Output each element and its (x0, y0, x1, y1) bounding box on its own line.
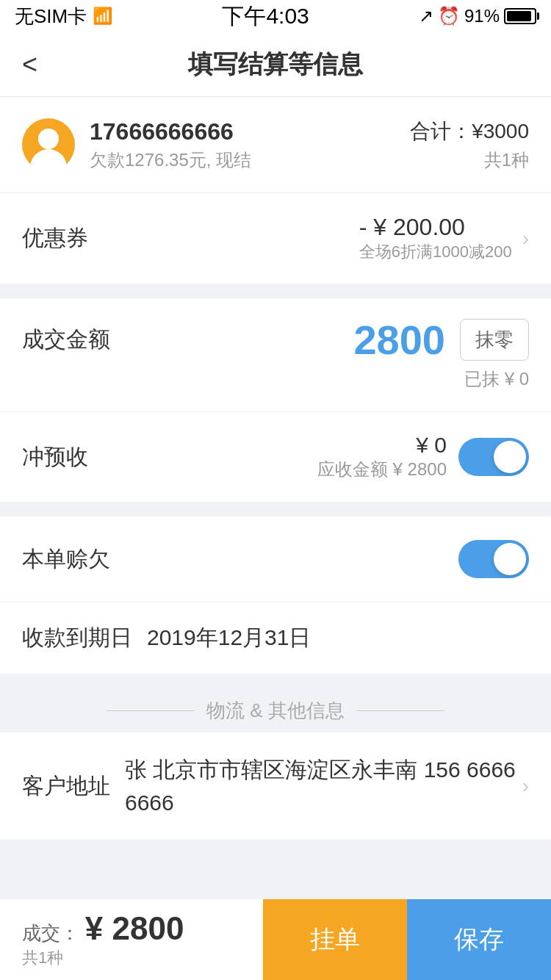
divider-line-left (107, 710, 195, 711)
carrier-text: 无SIM卡 (15, 4, 87, 29)
location-icon: ↗ (419, 6, 433, 26)
content: 17666666666 欠款1276.35元, 现结 合计：¥3000 共1种 … (0, 97, 551, 957)
status-right: ↗ ⏰ 91% (419, 6, 536, 26)
bottom-deal-amount: ¥ 2800 (85, 910, 184, 946)
due-row: 收款到期日 2019年12月31日 (0, 602, 551, 674)
eraze-button[interactable]: 抹零 (460, 319, 529, 361)
toggle-knob (494, 441, 526, 473)
status-bar: 无SIM卡 📶 下午4:03 ↗ ⏰ 91% (0, 0, 551, 32)
battery-fill (507, 11, 531, 21)
deal-label: 成交金额 (22, 325, 110, 355)
nav-bar: < 填写结算等信息 (0, 32, 551, 97)
due-date: 2019年12月31日 (147, 623, 311, 653)
address-label: 客户地址 (22, 771, 110, 801)
customer-total: 合计：¥3000 (410, 118, 529, 145)
bottom-bar: 成交： ¥ 2800 共1种 挂单 保存 (0, 899, 551, 980)
address-content: 张 北京市市辖区海淀区永丰南 156 6666 6666 (125, 753, 519, 819)
section-gap-2 (0, 502, 551, 516)
bottom-count: 共1种 (22, 947, 241, 969)
address-chevron-icon: › (522, 774, 529, 798)
customer-sub: 欠款1276.35元, 现结 (90, 148, 251, 172)
section-gap-4 (0, 840, 551, 869)
customer-count: 共1种 (410, 148, 529, 172)
deal-sub: 已抹 ¥ 0 (464, 369, 529, 389)
coupon-label: 优惠券 (22, 223, 88, 253)
debt-toggle-knob (494, 543, 526, 575)
debt-toggle[interactable] (458, 540, 529, 578)
coupon-discount: - ¥ 200.00 (359, 214, 512, 241)
prepay-row: 冲预收 ¥ 0 应收金额 ¥ 2800 (0, 411, 551, 502)
save-button[interactable]: 保存 (407, 899, 551, 980)
customer-row: 17666666666 欠款1276.35元, 现结 合计：¥3000 共1种 (0, 97, 551, 192)
chevron-right-icon: › (522, 227, 529, 251)
section-gap-3 (0, 674, 551, 688)
due-label: 收款到期日 (22, 623, 132, 653)
battery-percent: 91% (464, 6, 500, 26)
section-divider: 物流 & 其他信息 (0, 688, 551, 732)
debt-row: 本单赊欠 (0, 516, 551, 602)
nav-title: 填写结算等信息 (188, 48, 363, 82)
prepay-toggle[interactable] (458, 438, 529, 476)
hang-button[interactable]: 挂单 (263, 899, 407, 980)
status-time: 下午4:03 (222, 1, 309, 32)
status-left: 无SIM卡 📶 (15, 4, 112, 29)
divider-label-text: 物流 & 其他信息 (206, 698, 345, 724)
divider-line-right (356, 710, 444, 711)
coupon-row[interactable]: 优惠券 - ¥ 200.00 全场6折满1000减200 › (0, 192, 551, 284)
coupon-desc: 全场6折满1000减200 (359, 241, 512, 263)
prepay-label: 冲预收 (22, 442, 88, 472)
section-gap-1 (0, 284, 551, 298)
alarm-icon: ⏰ (438, 6, 460, 26)
prepay-amount: ¥ 0 (317, 433, 447, 458)
customer-phone: 17666666666 (90, 118, 251, 145)
address-row[interactable]: 客户地址 张 北京市市辖区海淀区永丰南 156 6666 6666 › (0, 732, 551, 840)
wifi-icon: 📶 (93, 7, 112, 26)
deal-amount: 2800 (353, 320, 445, 361)
prepay-sub: 应收金额 ¥ 2800 (317, 458, 447, 481)
debt-label: 本单赊欠 (22, 544, 110, 574)
back-button[interactable]: < (22, 49, 37, 80)
deal-section: 成交金额 2800 抹零 已抹 ¥ 0 (0, 298, 551, 411)
bottom-deal-label: 成交： (22, 922, 79, 944)
battery-icon (504, 8, 536, 24)
avatar (22, 118, 75, 171)
